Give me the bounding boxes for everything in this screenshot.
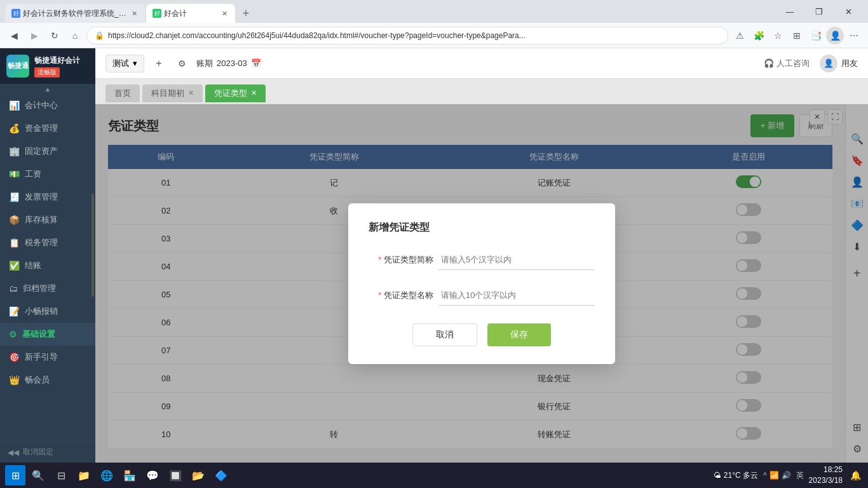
- add-workspace-button[interactable]: +: [151, 55, 167, 72]
- menu-button[interactable]: ⋯: [845, 27, 863, 44]
- name-input[interactable]: [438, 285, 595, 306]
- tab-favicon-2: 好: [153, 9, 161, 18]
- consult-button[interactable]: 🎧 人工咨询: [764, 58, 810, 69]
- taskbar-browser[interactable]: 🔷: [211, 465, 231, 485]
- period-label: 账期: [196, 58, 213, 69]
- sidebar-item-dashboard[interactable]: 📊 会计中心: [0, 94, 95, 117]
- systray[interactable]: ^ 📶 🔊: [763, 471, 791, 480]
- sidebar-item-salary[interactable]: 💵 工资: [0, 163, 95, 186]
- sidebar-item-capital[interactable]: 💰 资金管理: [0, 117, 95, 140]
- sidebar-item-guide[interactable]: 🎯 新手引导: [0, 346, 95, 369]
- taskbar-app2[interactable]: 📂: [188, 465, 208, 485]
- new-tab-button[interactable]: +: [236, 4, 255, 23]
- invoice-label: 发票管理: [25, 191, 58, 203]
- forward-button[interactable]: ▶: [25, 27, 43, 44]
- subject-tab-close-icon[interactable]: ✕: [188, 89, 194, 97]
- reload-button[interactable]: ↻: [46, 27, 64, 44]
- modal-dialog: 新增凭证类型 * 凭证类型简称 * 凭证类型名称: [348, 203, 615, 364]
- tab-title-2: 好会计: [164, 8, 217, 19]
- clock-time: 18:25: [809, 464, 843, 475]
- taskbar-search[interactable]: 🔍: [28, 465, 48, 485]
- unpin-icon: ◀◀: [8, 448, 19, 457]
- weather-text: 21°C 多云: [724, 470, 758, 481]
- sidebar-item-archive[interactable]: 🗂 归档管理: [0, 277, 95, 300]
- clock[interactable]: 18:25 2023/3/18: [809, 464, 843, 486]
- taskbar-task-view[interactable]: ⊟: [51, 465, 71, 485]
- tab-home[interactable]: 首页: [105, 85, 140, 102]
- back-button[interactable]: ◀: [5, 27, 23, 44]
- consult-label: 人工咨询: [776, 58, 810, 69]
- modal-overlay[interactable]: 新增凭证类型 * 凭证类型简称 * 凭证类型名称: [95, 104, 868, 463]
- fixed-assets-label: 固定资产: [25, 146, 58, 157]
- main-area: 测试 ▾ + ⚙ 账期 2023-03 📅 🎧 人工咨询 👤 用友: [95, 48, 868, 463]
- taskbar-explorer[interactable]: 📁: [74, 465, 94, 485]
- workspace-selector[interactable]: 测试 ▾: [105, 55, 144, 72]
- sidebar-item-settlement[interactable]: ✅ 结账: [0, 254, 95, 277]
- voucher-type-tab-close-icon[interactable]: ✕: [251, 89, 257, 97]
- start-button[interactable]: ⊞: [5, 465, 25, 485]
- abbr-required-mark: *: [378, 255, 381, 264]
- sidebar-item-fixed-assets[interactable]: 🏢 固定资产: [0, 140, 95, 163]
- abbr-input[interactable]: [438, 250, 595, 270]
- guide-icon: 🎯: [9, 352, 20, 362]
- topbar-right: 🎧 人工咨询 👤 用友: [764, 55, 858, 72]
- clock-date: 2023/3/18: [809, 475, 843, 486]
- settings-button[interactable]: ⚙: [173, 55, 190, 72]
- sidebar-scrollbar[interactable]: [92, 193, 94, 297]
- sidebar-item-inventory[interactable]: 📦 库存核算: [0, 208, 95, 231]
- tab-title-1: 好会计云财务软件管理系统_会计: [23, 8, 127, 19]
- cancel-button[interactable]: 取消: [412, 323, 477, 346]
- taskbar-weather[interactable]: 🌤 21°C 多云: [714, 470, 758, 481]
- sidebar-toggle[interactable]: ⊞: [788, 27, 806, 44]
- tab-voucher-type[interactable]: 凭证类型 ✕: [205, 85, 266, 102]
- tab-subject[interactable]: 科目期初 ✕: [142, 85, 203, 102]
- volume-icon: 🔊: [782, 471, 791, 480]
- taskbar-store[interactable]: 🏪: [119, 465, 140, 485]
- address-bar[interactable]: 🔒 https://cloud2.chanjet.com/accounting/…: [86, 27, 728, 44]
- notifications-button[interactable]: 🔔: [848, 468, 863, 483]
- account-button[interactable]: 👤: [826, 27, 844, 44]
- sidebar-item-settings[interactable]: ⚙ 基础设置: [0, 323, 95, 346]
- sidebar-item-tax[interactable]: 📋 税务管理: [0, 231, 95, 254]
- logo-text-block: 畅捷通好会计 流畅版: [34, 55, 80, 78]
- win-maximize[interactable]: ❐: [804, 0, 834, 23]
- tab-close-2[interactable]: ✕: [220, 9, 229, 18]
- win-close[interactable]: ✕: [834, 0, 863, 23]
- win-minimize[interactable]: —: [775, 0, 804, 23]
- browser-tab-2[interactable]: 好 好会计 ✕: [146, 4, 235, 23]
- taskbar-app1[interactable]: 🔲: [165, 465, 186, 485]
- report-label: 小畅报销: [25, 306, 58, 317]
- period-calendar-icon[interactable]: 📅: [251, 58, 261, 68]
- inventory-icon: 📦: [9, 215, 20, 225]
- user-info[interactable]: 👤 用友: [820, 55, 858, 72]
- sidebar-item-invoice[interactable]: 🧾 发票管理: [0, 186, 95, 208]
- taskbar-edge[interactable]: 🌐: [97, 465, 117, 485]
- save-button[interactable]: 保存: [487, 323, 551, 346]
- profile-button[interactable]: ⚠: [731, 27, 749, 44]
- star-button[interactable]: ☆: [769, 27, 787, 44]
- logo-icon: 畅捷通: [6, 55, 29, 78]
- browser-tab-1[interactable]: 好 好会计云财务软件管理系统_会计 ✕: [5, 4, 145, 23]
- collections-button[interactable]: 📑: [807, 27, 825, 44]
- salary-label: 工资: [25, 168, 41, 180]
- sidebar-logo: 畅捷通 畅捷通好会计 流畅版: [0, 48, 95, 84]
- modal-title: 新增凭证类型: [369, 221, 595, 234]
- dashboard-label: 会计中心: [25, 100, 58, 111]
- form-row-abbr: * 凭证类型简称: [369, 250, 595, 270]
- sidebar-item-report[interactable]: 📝 小畅报销: [0, 300, 95, 323]
- home-button[interactable]: ⌂: [66, 27, 84, 44]
- capital-label: 资金管理: [25, 123, 58, 134]
- settings-icon: ⚙: [9, 329, 17, 339]
- dashboard-icon: 📊: [9, 100, 20, 111]
- settlement-icon: ✅: [9, 261, 20, 271]
- language-indicator[interactable]: 英: [796, 470, 804, 481]
- taskbar-wechat[interactable]: 💬: [142, 465, 163, 485]
- invoice-icon: 🧾: [9, 192, 20, 202]
- sidebar-footer[interactable]: ◀◀ 取消固定: [0, 441, 95, 463]
- extensions-button[interactable]: 🧩: [750, 27, 768, 44]
- home-tab-label: 首页: [114, 88, 131, 99]
- user-avatar: 👤: [820, 55, 837, 72]
- headset-icon: 🎧: [764, 58, 774, 68]
- tab-close-1[interactable]: ✕: [130, 9, 139, 18]
- sidebar-item-member[interactable]: 👑 畅会员: [0, 369, 95, 391]
